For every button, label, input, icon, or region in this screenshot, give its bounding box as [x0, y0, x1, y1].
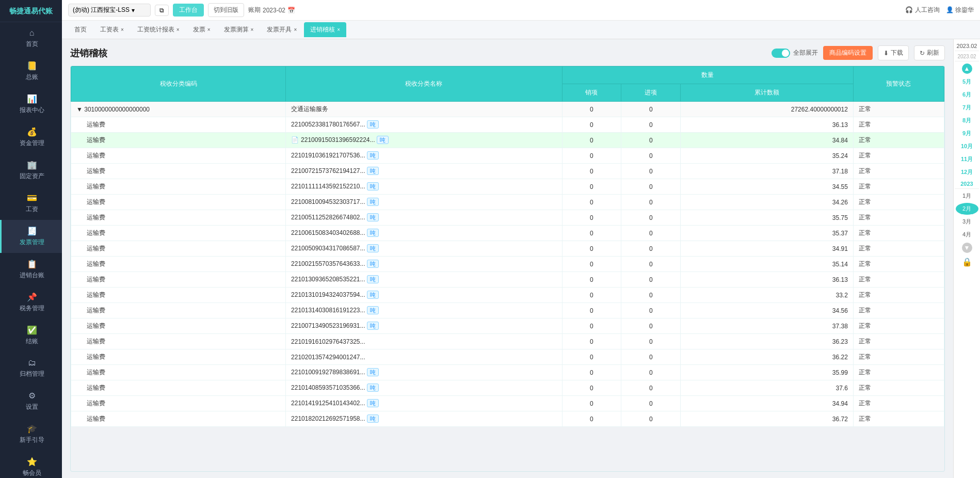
- sidebar-item-assets[interactable]: 🏢 固定资产: [0, 154, 62, 187]
- tab-invoice-calc[interactable]: 发票测算 ×: [218, 22, 260, 37]
- table-row[interactable]: 运输费 22100215570357643633... 吨 0 0 35.14 …: [71, 257, 944, 272]
- table-row[interactable]: 运输费 22100721573762194127... 吨 0 0 37.18 …: [71, 164, 944, 179]
- sidebar-item-label: 税务管理: [20, 304, 44, 313]
- user-info[interactable]: 👤 徐鋆华: [946, 6, 974, 14]
- table-row[interactable]: 运输费 22101419125410143402... 吨 0 0 34.94 …: [71, 396, 944, 411]
- cal-month-6[interactable]: 6月: [956, 89, 978, 101]
- sidebar-item-archive[interactable]: 🗂 归档管理: [0, 352, 62, 385]
- table-row[interactable]: 运输费 22101111143592152210... 吨 0 0 34.55 …: [71, 179, 944, 195]
- cell-status: 正常: [853, 288, 944, 303]
- tab-label: 发票测算: [224, 25, 249, 34]
- download-label: 下载: [891, 49, 903, 57]
- table-row[interactable]: ▼ 3010000000000000000 交通运输服务 0 0 27262.4…: [71, 102, 944, 117]
- sidebar-item-member[interactable]: ⭐ 畅会员: [0, 451, 62, 478]
- cell-tax-code-short: 22101310194324037594... 吨: [286, 288, 562, 303]
- switch-old-button[interactable]: 切到旧版: [208, 3, 244, 17]
- table-row[interactable]: 运输费 📄22100915031396592224... 吨 0 0 34.84…: [71, 133, 944, 148]
- sidebar-item-guide[interactable]: 🎓 新手引导: [0, 418, 62, 451]
- toggle-label: 全部展开: [793, 49, 818, 57]
- cal-expand-down[interactable]: ▼: [962, 243, 972, 253]
- table-row[interactable]: 运输费 22101009192789838691... 吨 0 0 35.99 …: [71, 365, 944, 380]
- download-btn[interactable]: ⬇ 下载: [878, 45, 909, 60]
- cal-expand-up[interactable]: ▲: [962, 63, 972, 74]
- refresh-btn[interactable]: ↻ 刷新: [914, 45, 945, 60]
- table-row[interactable]: 运输费 22101314030816191223... 吨 0 0 34.56 …: [71, 303, 944, 318]
- cal-month-9[interactable]: 9月: [956, 128, 978, 139]
- sidebar-item-settings[interactable]: ⚙ 设置: [0, 385, 62, 418]
- cell-status: 正常: [853, 365, 944, 380]
- tab-close-icon[interactable]: ×: [207, 27, 211, 33]
- sidebar-item-sales[interactable]: 📋 进销台账: [0, 253, 62, 286]
- unit-tag: 吨: [367, 306, 379, 314]
- table-row[interactable]: 运输费 22100615083403402688... 吨 0 0 35.37 …: [71, 226, 944, 241]
- cal-month-3[interactable]: 3月: [956, 216, 978, 228]
- tab-home[interactable]: 首页: [68, 22, 93, 37]
- cell-sale: 0: [562, 303, 621, 318]
- cell-tax-code-short: 22101419125410143402... 吨: [286, 396, 562, 411]
- cell-cumulative: 37.38: [681, 318, 854, 334]
- settings-btn[interactable]: 商品编码设置: [823, 46, 873, 60]
- tab-invoice-open[interactable]: 发票开具 ×: [261, 22, 303, 37]
- cell-purchase: 0: [621, 164, 681, 179]
- sidebar-item-invoice[interactable]: 🧾 发票管理: [0, 220, 62, 253]
- unit-tag: 吨: [367, 399, 379, 407]
- table-row[interactable]: 运输费 22100511252826674802... 吨 0 0 35.75 …: [71, 210, 944, 226]
- tab-close-icon[interactable]: ×: [337, 27, 340, 33]
- cal-month-4[interactable]: 4月: [956, 229, 978, 241]
- cal-month-5[interactable]: 5月: [956, 76, 978, 88]
- sidebar-item-capital[interactable]: 💰 资金管理: [0, 121, 62, 154]
- period-display: 账期 2023-02 📅: [248, 6, 295, 14]
- company-selector[interactable]: (勿动) 江西报宝-LSS ▾: [68, 4, 151, 17]
- cal-month-10[interactable]: 10月: [956, 140, 978, 152]
- table-row[interactable]: 运输费 22100523381780176567... 吨 0 0 36.13 …: [71, 117, 944, 133]
- cal-month-1[interactable]: 1月: [956, 190, 978, 202]
- table-row[interactable]: 运输费 22100810094532303717... 吨 0 0 34.26 …: [71, 195, 944, 210]
- table-row[interactable]: 运输费 22101309365208535221... 吨 0 0 36.13 …: [71, 272, 944, 288]
- table-row[interactable]: 运输费 22102013574294001247... 0 0 36.22 正常: [71, 349, 944, 365]
- tabbar: 首页 工资表 × 工资统计报表 × 发票 × 发票测算 × 发票开具 × 进销稽…: [62, 21, 980, 39]
- copy-button[interactable]: ⧉: [155, 5, 169, 16]
- cell-name: 运输费: [71, 411, 286, 427]
- member-icon: ⭐: [27, 457, 37, 467]
- tab-close-icon[interactable]: ×: [121, 27, 124, 33]
- tab-salary-table[interactable]: 工资表 ×: [94, 22, 130, 37]
- table-row[interactable]: 运输费 22100713490523196931... 吨 0 0 37.38 …: [71, 318, 944, 334]
- sidebar-item-tax[interactable]: 📌 税务管理: [0, 286, 62, 319]
- tab-label: 工资统计报表: [137, 25, 174, 34]
- cal-month-12[interactable]: 12月: [956, 166, 978, 178]
- table-row[interactable]: 运输费 22101916102976437325... 0 0 36.23 正常: [71, 334, 944, 349]
- tab-salary-stats[interactable]: 工资统计报表 ×: [131, 22, 186, 37]
- tab-close-icon[interactable]: ×: [251, 27, 254, 33]
- tab-close-icon[interactable]: ×: [176, 27, 180, 33]
- workbench-button[interactable]: 工作台: [173, 4, 204, 17]
- cell-sale: 0: [562, 334, 621, 349]
- support-button[interactable]: 🎧 人工咨询: [905, 6, 939, 14]
- table-row[interactable]: 运输费 22101820212692571958... 吨 0 0 36.72 …: [71, 411, 944, 427]
- cell-purchase: 0: [621, 257, 681, 272]
- cell-tax-code-short: 22101009192789838691... 吨: [286, 365, 562, 380]
- table-row[interactable]: 运输费 22101408593571035366... 吨 0 0 37.6 正…: [71, 380, 944, 396]
- table-row[interactable]: 运输费 22101910361921707536... 吨 0 0 35.24 …: [71, 148, 944, 164]
- cal-month-7[interactable]: 7月: [956, 102, 978, 114]
- sidebar-item-reports[interactable]: 📊 报表中心: [0, 88, 62, 121]
- cell-tax-code-short: 22100810094532303717... 吨: [286, 195, 562, 210]
- tab-sales-check[interactable]: 进销稽核 ×: [304, 22, 346, 37]
- cal-month-11[interactable]: 11月: [956, 153, 978, 165]
- calendar-icon[interactable]: 📅: [287, 7, 295, 14]
- expand-toggle[interactable]: 全部展开: [772, 49, 818, 58]
- cell-sale: 0: [562, 365, 621, 380]
- table-row[interactable]: 运输费 22100509034317086587... 吨 0 0 34.91 …: [71, 241, 944, 257]
- tab-close-icon[interactable]: ×: [294, 27, 297, 33]
- sidebar-item-home[interactable]: ⌂ 首页: [0, 22, 62, 55]
- sidebar-item-settle[interactable]: ✅ 结账: [0, 319, 62, 352]
- table-row[interactable]: 运输费 22101310194324037594... 吨 0 0 33.2 正…: [71, 288, 944, 303]
- sidebar-item-salary[interactable]: 💳 工资: [0, 187, 62, 220]
- cell-name: 运输费: [71, 303, 286, 318]
- tab-invoice[interactable]: 发票 ×: [187, 22, 217, 37]
- sidebar-item-ledger[interactable]: 📒 总账: [0, 55, 62, 88]
- toggle-switch[interactable]: [772, 49, 790, 58]
- cal-month-2[interactable]: 2月: [956, 203, 978, 215]
- cell-cumulative: 34.91: [681, 241, 854, 257]
- cal-month-8[interactable]: 8月: [956, 115, 978, 126]
- sidebar: 畅捷通易代账 ⌂ 首页 📒 总账 📊 报表中心 💰 资金管理 🏢 固定资产 💳 …: [0, 0, 62, 478]
